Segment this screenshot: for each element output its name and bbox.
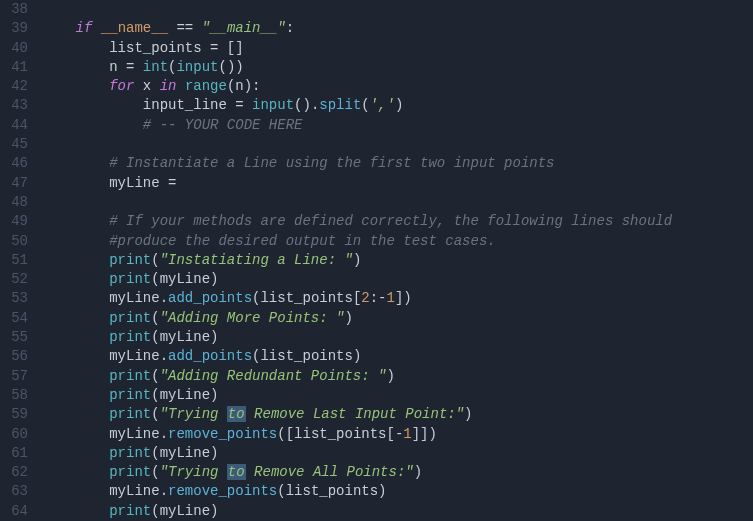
- token-str: "Trying: [160, 464, 227, 480]
- token-punct: ([: [277, 426, 294, 442]
- token-str: "__main__": [202, 20, 286, 36]
- token-punct: .: [160, 483, 168, 499]
- token-builtin: int: [143, 59, 168, 75]
- token-punct: ()): [218, 59, 243, 75]
- token-punct: (: [277, 483, 285, 499]
- code-line[interactable]: print(myLine): [42, 444, 753, 463]
- line-number: 64: [6, 502, 28, 521]
- token-punct: ): [344, 310, 352, 326]
- code-line[interactable]: print("Trying to Remove All Points:"): [42, 463, 753, 482]
- token-punct: .: [160, 426, 168, 442]
- token-str: "Instatiating a Line: ": [160, 252, 353, 268]
- code-line[interactable]: print("Trying to Remove Last Input Point…: [42, 405, 753, 424]
- line-number: 53: [6, 289, 28, 308]
- token-punct: .: [160, 290, 168, 306]
- token-builtin: print: [109, 329, 151, 345]
- token-punct: (: [151, 310, 159, 326]
- token-fn: remove_points: [168, 483, 277, 499]
- code-line[interactable]: print(myLine): [42, 502, 753, 521]
- token-str: "Adding More Points: ": [160, 310, 345, 326]
- token-var: n: [109, 59, 117, 75]
- token-var: input_line: [143, 97, 227, 113]
- line-number: 42: [6, 77, 28, 96]
- code-line[interactable]: myLine.remove_points(list_points): [42, 482, 753, 501]
- code-line[interactable]: input_line = input().split(','): [42, 96, 753, 115]
- line-number: 57: [6, 367, 28, 386]
- line-number: 60: [6, 425, 28, 444]
- token-punct: ): [386, 368, 394, 384]
- token-var: myLine: [160, 445, 210, 461]
- token-var: list_points: [260, 290, 352, 306]
- code-line[interactable]: print(myLine): [42, 328, 753, 347]
- code-line[interactable]: if __name__ == "__main__":: [42, 19, 753, 38]
- code-line[interactable]: print("Adding More Points: "): [42, 309, 753, 328]
- line-number: 40: [6, 39, 28, 58]
- code-area[interactable]: if __name__ == "__main__": list_points =…: [38, 0, 753, 521]
- token-var: list_points: [294, 426, 386, 442]
- line-number: 43: [6, 96, 28, 115]
- token-punct: ]): [395, 290, 412, 306]
- token-var: myLine: [160, 503, 210, 519]
- token-var: myLine: [109, 426, 159, 442]
- token-punct: [: [387, 426, 395, 442]
- token-punct: ().: [294, 97, 319, 113]
- line-number: 61: [6, 444, 28, 463]
- line-number: 51: [6, 251, 28, 270]
- code-line[interactable]: n = int(input()): [42, 58, 753, 77]
- token-fn: remove_points: [168, 426, 277, 442]
- token-punct: ):: [244, 78, 261, 94]
- token-var: list_points: [260, 348, 352, 364]
- token-dunder: __name__: [101, 20, 168, 36]
- token-punct: (: [361, 97, 369, 113]
- code-line[interactable]: for x in range(n):: [42, 77, 753, 96]
- token-var: myLine: [109, 348, 159, 364]
- line-number: 48: [6, 193, 28, 212]
- token-kw: if: [76, 20, 93, 36]
- code-line[interactable]: print("Instatiating a Line: "): [42, 251, 753, 270]
- code-line[interactable]: [42, 0, 753, 19]
- token-var: myLine: [109, 483, 159, 499]
- code-line[interactable]: # If your methods are defined correctly,…: [42, 212, 753, 231]
- line-number: 49: [6, 212, 28, 231]
- token-punct: ): [378, 483, 386, 499]
- token-builtin: range: [185, 78, 227, 94]
- token-var: x: [143, 78, 151, 94]
- line-number: 54: [6, 309, 28, 328]
- token-builtin: print: [109, 368, 151, 384]
- token-punct: ): [210, 271, 218, 287]
- code-line[interactable]: #produce the desired output in the test …: [42, 232, 753, 251]
- code-line[interactable]: myLine.add_points(list_points): [42, 347, 753, 366]
- token-punct: :: [286, 20, 294, 36]
- token-builtin: print: [109, 445, 151, 461]
- code-editor[interactable]: 3839404142434445464748495051525354555657…: [0, 0, 753, 521]
- token-builtin: input: [176, 59, 218, 75]
- token-builtin: input: [252, 97, 294, 113]
- token-punct: ): [210, 387, 218, 403]
- token-builtin: print: [109, 310, 151, 326]
- code-line[interactable]: myLine.add_points(list_points[2:-1]): [42, 289, 753, 308]
- code-line[interactable]: # -- YOUR CODE HERE: [42, 116, 753, 135]
- token-var: myLine: [109, 290, 159, 306]
- line-number: 47: [6, 174, 28, 193]
- token-punct: ): [353, 252, 361, 268]
- token-cm: # -- YOUR CODE HERE: [143, 117, 303, 133]
- line-number: 52: [6, 270, 28, 289]
- code-line[interactable]: # Instantiate a Line using the first two…: [42, 154, 753, 173]
- code-line[interactable]: myLine =: [42, 174, 753, 193]
- token-cm: # Instantiate a Line using the first two…: [109, 155, 554, 171]
- token-punct: ]]): [412, 426, 437, 442]
- code-line[interactable]: [42, 135, 753, 154]
- line-number: 45: [6, 135, 28, 154]
- code-line[interactable]: print(myLine): [42, 270, 753, 289]
- token-builtin: print: [109, 252, 151, 268]
- code-line[interactable]: print("Adding Redundant Points: "): [42, 367, 753, 386]
- token-var: list_points: [286, 483, 378, 499]
- code-line[interactable]: list_points = []: [42, 39, 753, 58]
- code-line[interactable]: myLine.remove_points([list_points[-1]]): [42, 425, 753, 444]
- token-num: 2: [361, 290, 369, 306]
- code-line[interactable]: [42, 193, 753, 212]
- token-op: -: [378, 290, 386, 306]
- token-punct: ): [210, 445, 218, 461]
- line-number: 39: [6, 19, 28, 38]
- code-line[interactable]: print(myLine): [42, 386, 753, 405]
